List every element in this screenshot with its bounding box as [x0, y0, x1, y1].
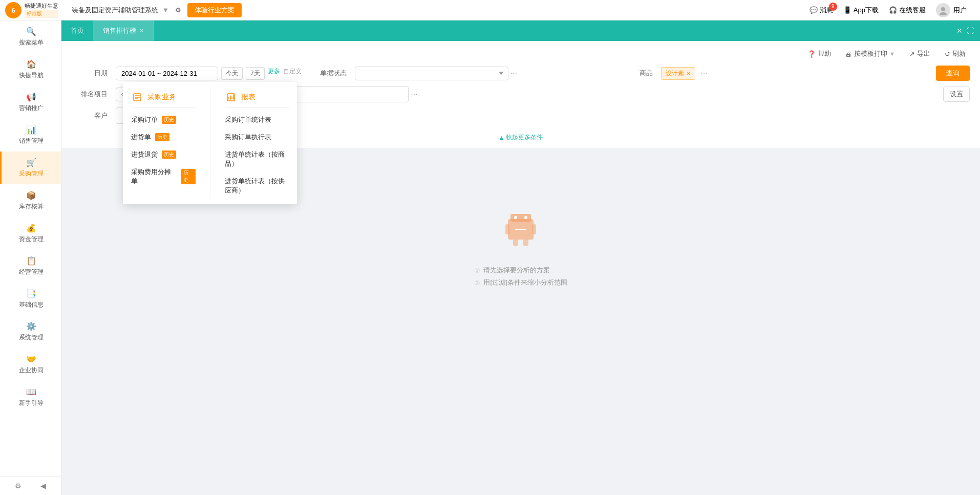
content-area: 首页 销售排行榜 ✕ ✕ ⛶ ❓ 帮助	[61, 20, 980, 495]
svg-text:6: 6	[11, 7, 15, 14]
purchase-col-icon	[131, 91, 143, 103]
collapse-arrow-icon: ▲	[499, 134, 505, 141]
sidebar: 🔍 搜索菜单 🏠 快捷导航 📢 营销推广 📊 销售管理 🛒 采购管理 📦	[0, 20, 61, 495]
refresh-btn[interactable]: ↺ 刷新	[941, 47, 970, 60]
doc-status-more-btn[interactable]: ···	[508, 69, 519, 78]
sidebar-item-search[interactable]: 🔍 搜索菜单	[0, 20, 61, 53]
salesman-more-btn[interactable]: ···	[409, 90, 419, 99]
sidebar-item-newbie[interactable]: 📖 新手引导	[0, 381, 61, 414]
sidebar-item-operations[interactable]: 📋 经营管理	[0, 250, 61, 283]
dropdown-item-purchase-order[interactable]: 采购订单 历史	[131, 111, 196, 128]
config-btn[interactable]: 设置	[943, 87, 970, 102]
help-btn[interactable]: ❓ 帮助	[803, 47, 835, 60]
top-nav: 装备及固定资产辅助管理系统 ▼ ⚙ 体验行业方案	[67, 3, 809, 17]
dropdown-item-stock-in-stats-supplier[interactable]: 进货单统计表（按供应商）	[225, 173, 289, 199]
svg-point-2	[941, 7, 945, 11]
empty-illustration	[495, 201, 546, 252]
top-bar: 6 畅捷通好生意 标准版 装备及固定资产辅助管理系统 ▼ ⚙ 体验行业方案 💬 …	[0, 0, 980, 20]
newbie-icon: 📖	[26, 387, 36, 397]
more-date-link[interactable]: 更多	[268, 67, 280, 80]
help-icon: ❓	[807, 50, 816, 58]
tab-home[interactable]: 首页	[61, 20, 94, 41]
tab-close-all-btn[interactable]: ✕	[956, 27, 963, 35]
doc-status-label: 单据状态	[320, 69, 347, 78]
search-icon: 🔍	[26, 27, 36, 36]
inventory-icon: 📦	[26, 190, 36, 200]
print-dropdown-icon[interactable]: ▼	[889, 51, 895, 57]
phone-icon: 📱	[843, 6, 851, 14]
industry-btn[interactable]: 体验行业方案	[187, 3, 242, 17]
date-section: 今天 7天 更多 自定义	[116, 67, 302, 80]
svg-rect-10	[513, 240, 518, 246]
goods-more-btn[interactable]: ···	[698, 69, 709, 78]
user-item[interactable]: 用户	[936, 3, 967, 17]
doc-status-section: ···	[355, 67, 622, 80]
date-input[interactable]	[116, 67, 218, 80]
print-btn[interactable]: 🖨 按模板打印 ▼	[841, 47, 899, 60]
svg-rect-9	[532, 224, 536, 234]
custom-date-link[interactable]: 自定义	[283, 67, 302, 80]
today-btn[interactable]: 今天	[221, 67, 243, 80]
logo-text: 畅捷通好生意 标准版	[25, 2, 58, 18]
sidebar-item-inventory[interactable]: 📦 库存核算	[0, 184, 61, 217]
app-download-item[interactable]: 📱 App下载	[843, 6, 879, 15]
tab-sales-rank[interactable]: 销售排行榜 ✕	[94, 20, 154, 41]
dropdown-item-purchase-expense[interactable]: 采购费用分摊单 历史	[131, 163, 196, 190]
quick-date-btns: 今天 7天 更多 自定义	[221, 67, 302, 80]
main-layout: 🔍 搜索菜单 🏠 快捷导航 📢 营销推广 📊 销售管理 🛒 采购管理 📦	[0, 20, 980, 495]
dropdown-item-stock-in-stats-goods[interactable]: 进货单统计表（按商品）	[225, 146, 289, 173]
purchase-dropdown-menu: 采购业务 采购订单 历史 进货单 历史 进货退货 历史	[123, 82, 297, 204]
dropdown-cols: 采购业务 采购订单 历史 进货单 历史 进货退货 历史	[123, 87, 297, 199]
svg-rect-11	[523, 240, 528, 246]
goods-tag-close-btn[interactable]: ✕	[686, 70, 691, 77]
message-item[interactable]: 💬 消息 9	[809, 6, 833, 15]
reports-col-icon	[225, 91, 237, 103]
sidebar-item-purchase[interactable]: 🛒 采购管理	[0, 152, 61, 184]
sidebar-item-cooperation[interactable]: 🤝 企业协同	[0, 348, 61, 381]
sidebar-item-quick-nav[interactable]: 🏠 快捷导航	[0, 53, 61, 86]
print-icon: 🖨	[845, 50, 852, 58]
settings-icon[interactable]: ⚙	[173, 5, 183, 15]
logo-icon: 6	[5, 2, 22, 18]
filter-row-1: 日期 今天 7天 更多 自定义 单据状态	[72, 66, 970, 81]
tab-bar: 首页 销售排行榜 ✕ ✕ ⛶	[61, 20, 980, 41]
sidebar-collapse-btn[interactable]: ◀	[40, 482, 46, 490]
sidebar-settings-btn[interactable]: ⚙	[15, 482, 22, 490]
header-right: 💬 消息 9 📱 App下载 🎧 在线客服 用户	[809, 3, 975, 17]
sys-name[interactable]: 装备及固定资产辅助管理系统	[72, 6, 158, 15]
svg-point-7	[524, 216, 527, 219]
tab-close-icon[interactable]: ✕	[139, 28, 144, 34]
export-icon: ↗	[909, 50, 915, 58]
dropdown-item-stock-return[interactable]: 进货退货 历史	[131, 146, 196, 163]
marketing-icon: 📢	[26, 92, 36, 102]
dropdown-item-purchase-order-exec[interactable]: 采购订单执行表	[225, 128, 289, 146]
sidebar-item-marketing[interactable]: 📢 营销推广	[0, 86, 61, 119]
dropdown-item-stock-in[interactable]: 进货单 历史	[131, 128, 196, 146]
home-icon: 🏠	[26, 59, 36, 69]
avatar	[936, 3, 950, 17]
sidebar-item-system[interactable]: ⚙️ 系统管理	[0, 315, 61, 348]
dropdown-divider	[210, 87, 210, 199]
collapse-btn[interactable]: ▲ 收起更多条件	[499, 133, 543, 142]
message-icon: 💬	[809, 6, 818, 14]
svg-point-3	[940, 12, 947, 15]
tab-expand-btn[interactable]: ⛶	[967, 27, 974, 35]
export-btn[interactable]: ↗ 导出	[905, 47, 934, 60]
sidebar-menu: 🔍 搜索菜单 🏠 快捷导航 📢 营销推广 📊 销售管理 🛒 采购管理 📦	[0, 20, 61, 476]
cooperation-icon: 🤝	[26, 354, 36, 364]
doc-status-select[interactable]	[355, 67, 508, 80]
online-service-item[interactable]: 🎧 在线客服	[889, 6, 926, 15]
empty-hint-1: 请先选择要分析的方案	[474, 266, 567, 275]
sidebar-item-basic-info[interactable]: 📑 基础信息	[0, 283, 61, 315]
week-btn[interactable]: 7天	[246, 67, 265, 80]
search-btn[interactable]: 查询	[936, 66, 970, 81]
chevron-down-icon[interactable]: ▼	[162, 6, 169, 14]
rank-label: 排名项目	[72, 90, 108, 99]
dropdown-item-purchase-order-stats[interactable]: 采购订单统计表	[225, 111, 289, 128]
logo-area: 6 畅捷通好生意 标准版	[5, 2, 67, 18]
purchase-icon: 🛒	[26, 158, 36, 167]
svg-rect-5	[510, 214, 531, 222]
svg-rect-8	[505, 224, 509, 234]
sidebar-item-sales[interactable]: 📊 销售管理	[0, 119, 61, 152]
sidebar-item-finance[interactable]: 💰 资金管理	[0, 217, 61, 250]
